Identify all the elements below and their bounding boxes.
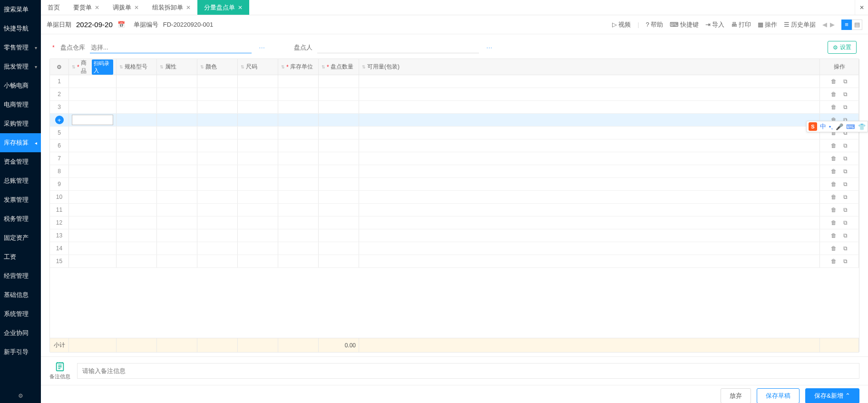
tab-close-icon[interactable]: ✕ [238,4,243,11]
discard-button[interactable]: 放弃 [721,388,751,403]
tab-2[interactable]: 调拨单✕ [106,0,146,15]
tab-0[interactable]: 首页 [41,0,67,15]
table-row[interactable]: 10🗑⧉ [50,191,859,204]
col-spec[interactable]: ⇅规格型号 [117,59,157,75]
col-color[interactable]: ⇅颜色 [197,59,238,75]
person-input[interactable] [317,42,479,53]
video-link[interactable]: ▷视频 [612,20,631,29]
tab-close-icon[interactable]: ✕ [134,4,139,11]
person-more-icon[interactable]: ··· [487,44,493,51]
row-delete-icon[interactable]: 🗑 [831,104,837,110]
operate-link[interactable]: ▦操作 [758,20,777,29]
settings-button[interactable]: ⚙ 设置 [828,41,857,54]
row-copy-icon[interactable]: ⧉ [843,232,848,239]
row-delete-icon[interactable]: 🗑 [831,219,837,226]
row-copy-icon[interactable]: ⧉ [843,181,848,187]
col-attr[interactable]: ⇅属性 [157,59,197,75]
view-list-button[interactable]: ≡ [841,20,852,30]
sidebar-item-3[interactable]: 批发管理▾ [0,57,41,76]
ime-keyboard-icon[interactable]: ⌨ [846,123,855,130]
sidebar-item-0[interactable]: 搜索菜单 [0,0,41,19]
warehouse-input[interactable] [90,42,252,53]
tab-close-icon[interactable]: ✕ [95,4,99,11]
table-row[interactable]: 15🗑⧉ [50,255,859,268]
import-link[interactable]: ⇥导入 [705,20,724,29]
prev-doc-icon[interactable]: ◀ [822,21,827,28]
save-add-button[interactable]: 保存&新增⌃ [805,388,859,403]
row-copy-icon[interactable]: ⧉ [843,206,848,213]
sidebar-item-6[interactable]: 采购管理 [0,114,41,133]
ime-mic-icon[interactable]: 🎤 [836,123,843,130]
calendar-icon[interactable]: 📅 [117,21,125,28]
sidebar-item-16[interactable]: 系统管理 [0,305,41,324]
row-copy-icon[interactable]: ⧉ [843,91,848,98]
table-row[interactable]: 5🗑⧉ [50,127,859,139]
row-delete-icon[interactable]: 🗑 [831,91,837,98]
row-delete-icon[interactable]: 🗑 [831,155,837,162]
row-delete-icon[interactable]: 🗑 [831,142,837,149]
col-product[interactable]: ⇅*商品扫码录入 [69,59,117,75]
table-row[interactable]: 8🗑⧉ [50,165,859,178]
sidebar-item-17[interactable]: 企业协同 [0,324,41,343]
sidebar-item-13[interactable]: 工资 [0,247,41,266]
col-qty[interactable]: ⇅*盘点数量 [319,59,359,75]
row-delete-icon[interactable]: 🗑 [831,168,837,175]
row-copy-icon[interactable]: ⧉ [843,245,848,252]
table-row[interactable]: 13🗑⧉ [50,229,859,242]
row-delete-icon[interactable]: 🗑 [831,206,837,213]
row-delete-icon[interactable]: 🗑 [831,194,837,200]
row-copy-icon[interactable]: ⧉ [843,104,848,110]
row-delete-icon[interactable]: 🗑 [831,258,837,265]
row-delete-icon[interactable]: 🗑 [831,181,837,187]
sidebar-item-9[interactable]: 总账管理 [0,171,41,190]
col-size[interactable]: ⇅尺码 [238,59,278,75]
sidebar-item-15[interactable]: 基础信息 [0,285,41,305]
sidebar-item-7[interactable]: 库存核算◂ [0,133,41,152]
product-cell-input[interactable] [72,115,113,125]
next-doc-icon[interactable]: ▶ [830,21,835,28]
col-avail[interactable]: ⇅可用量(包装) [359,59,820,75]
sidebar-item-1[interactable]: 快捷导航 [0,19,41,38]
help-link[interactable]: ?帮助 [646,20,663,29]
sidebar-item-18[interactable]: 新手引导 [0,343,41,362]
shortcut-link[interactable]: ⌨快捷键 [670,20,699,29]
col-unit[interactable]: ⇅*库存单位 [278,59,319,75]
tab-close-icon[interactable]: ✕ [186,4,191,11]
row-delete-icon[interactable]: 🗑 [831,78,837,85]
col-config-icon[interactable]: ⚙ [50,59,69,75]
row-copy-icon[interactable]: ⧉ [843,194,848,200]
table-row[interactable]: 11🗑⧉ [50,204,859,216]
ime-toolbar[interactable]: S 中 •, 🎤 ⌨ 👕 [806,121,868,132]
tab-1[interactable]: 要货单✕ [67,0,106,15]
table-row[interactable]: 2🗑⧉ [50,88,859,101]
table-row[interactable]: 12🗑⧉ [50,216,859,229]
tab-4[interactable]: 分量盘点单✕ [197,0,249,15]
ime-lang[interactable]: 中 [820,122,826,131]
add-row-icon[interactable]: + [55,116,64,124]
row-copy-icon[interactable]: ⧉ [843,78,848,85]
ime-user-icon[interactable]: 👕 [858,123,866,130]
table-row[interactable]: 9🗑⧉ [50,178,859,191]
view-grid-button[interactable]: ▤ [852,20,862,30]
sidebar-item-12[interactable]: 固定资产 [0,228,41,247]
table-row[interactable]: +🗑⧉ [50,114,859,127]
doc-date-value[interactable]: 2022-09-20 [76,20,113,29]
save-draft-button[interactable]: 保存草稿 [757,388,800,403]
row-copy-icon[interactable]: ⧉ [843,155,848,162]
print-link[interactable]: 🖶打印 [731,20,751,29]
sidebar-item-2[interactable]: 零售管理▾ [0,38,41,57]
row-copy-icon[interactable]: ⧉ [843,219,848,226]
table-row[interactable]: 3🗑⧉ [50,101,859,114]
table-row[interactable]: 14🗑⧉ [50,242,859,255]
table-row[interactable]: 1🗑⧉ [50,75,859,88]
scan-badge[interactable]: 扫码录入 [92,59,113,75]
table-row[interactable]: 7🗑⧉ [50,152,859,165]
warehouse-more-icon[interactable]: ··· [259,44,265,51]
remark-input[interactable] [77,363,859,379]
sidebar-item-10[interactable]: 发票管理 [0,190,41,209]
row-copy-icon[interactable]: ⧉ [843,258,848,265]
row-delete-icon[interactable]: 🗑 [831,245,837,252]
sidebar-item-5[interactable]: 电商管理 [0,95,41,114]
close-all-tabs[interactable]: ✕ [855,0,868,15]
row-copy-icon[interactable]: ⧉ [843,142,848,149]
